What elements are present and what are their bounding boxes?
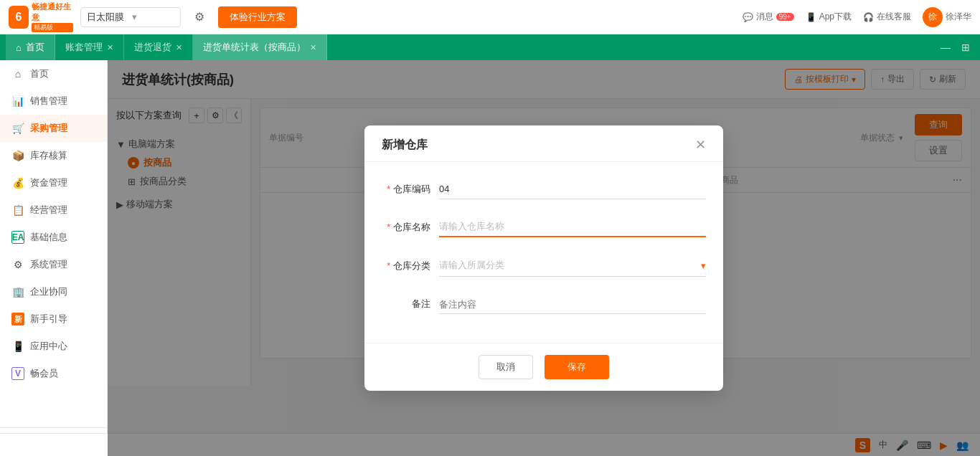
form-row-code: * 仓库编码 <box>382 179 706 199</box>
tab-home[interactable]: ⌂ 首页 <box>6 34 55 60</box>
warehouse-name-input[interactable] <box>439 217 706 237</box>
sidebar-home-label: 首页 <box>30 67 49 80</box>
store-name: 日太阳膜 <box>87 11 129 24</box>
sidebar-enterprise-label: 企业协同 <box>30 285 67 298</box>
tab-purchase-return[interactable]: 进货退货 ✕ <box>124 34 193 60</box>
logo-icon: 6 <box>9 6 29 29</box>
store-dropdown-arrow: ▾ <box>132 11 174 22</box>
remark-label: 备注 <box>382 298 439 310</box>
tab-purchase-stats[interactable]: 进货单统计表（按商品） ✕ <box>193 34 327 60</box>
modal-add-warehouse: 新增仓库 ✕ * 仓库编码 <box>364 125 723 391</box>
category-dropdown-arrow: ▾ <box>701 260 706 271</box>
sidebar-operations-label: 经营管理 <box>30 204 67 217</box>
sidebar-purchase-label: 采购管理 <box>30 122 67 135</box>
home-icon: ⌂ <box>16 42 22 53</box>
top-bar: 6 畅捷通好生意 精易版 日太阳膜 ▾ ⚙ 体验行业方案 💬 消息 99+ 📱 … <box>0 0 980 34</box>
message-icon: 💬 <box>743 12 753 22</box>
modal-body: * 仓库编码 * 仓库名称 <box>364 162 723 343</box>
tab-purchase-return-close[interactable]: ✕ <box>176 43 182 52</box>
remark-textarea[interactable] <box>439 294 706 314</box>
sidebar-item-basic-info[interactable]: EA 基础信息 <box>0 224 107 251</box>
warehouse-code-input[interactable] <box>439 179 706 199</box>
store-selector[interactable]: 日太阳膜 ▾ <box>80 7 181 27</box>
app-download-label: App下载 <box>819 11 852 23</box>
required-mark-code: * <box>387 184 390 194</box>
app-download-button[interactable]: 📱 App下载 <box>806 11 852 23</box>
home-icon: ⌂ <box>11 67 24 80</box>
category-placeholder: 请输入所属分类 <box>439 259 504 272</box>
sidebar-item-member[interactable]: V 畅会员 <box>0 360 107 387</box>
save-button[interactable]: 保存 <box>545 355 609 379</box>
sidebar-item-inventory[interactable]: 📦 库存核算 <box>0 142 107 169</box>
top-right-area: 💬 消息 99+ 📱 App下载 🎧 在线客服 徐 徐泽华 <box>743 7 971 27</box>
sidebar-inventory-label: 库存核算 <box>30 149 67 162</box>
settings-icon[interactable]: ⚙ <box>188 6 211 29</box>
headset-icon: 🎧 <box>863 12 874 22</box>
modal-header: 新增仓库 ✕ <box>364 125 723 162</box>
modal-title: 新增仓库 <box>382 138 428 153</box>
sidebar-item-sales[interactable]: 📊 销售管理 <box>0 87 107 115</box>
online-service-button[interactable]: 🎧 在线客服 <box>863 11 911 23</box>
sidebar-item-finance[interactable]: 💰 资金管理 <box>0 169 107 196</box>
sidebar-app-center-label: 应用中心 <box>30 340 67 353</box>
form-row-name: * 仓库名称 <box>382 217 706 237</box>
operations-icon: 📋 <box>11 204 24 217</box>
experience-button[interactable]: 体验行业方案 <box>218 6 297 28</box>
tab-purchase-stats-label: 进货单统计表（按商品） <box>203 41 306 54</box>
user-menu[interactable]: 徐 徐泽华 <box>923 7 971 27</box>
form-row-remark: 备注 <box>382 294 706 314</box>
member-icon: V <box>11 367 24 380</box>
warehouse-category-select[interactable]: 请输入所属分类 ▾ <box>439 255 706 277</box>
category-label: * 仓库分类 <box>382 260 439 272</box>
sidebar-item-operations[interactable]: 📋 经营管理 <box>0 196 107 224</box>
tab-bar: ⌂ 首页 账套管理 ✕ 进货退货 ✕ 进货单统计表（按商品） ✕ — ⊞ <box>0 34 980 60</box>
content-area: 进货单统计(按商品) 🖨 按模板打印 ▾ ↑ 导出 ↻ 刷新 <box>108 60 980 456</box>
username: 徐泽华 <box>946 11 971 23</box>
name-label: * 仓库名称 <box>382 221 439 234</box>
logo: 6 畅捷通好生意 精易版 <box>9 3 73 32</box>
tab-accounts-close[interactable]: ✕ <box>107 43 113 52</box>
messages-badge: 99+ <box>776 13 794 21</box>
cancel-button[interactable]: 取消 <box>479 355 533 379</box>
sidebar-sales-label: 销售管理 <box>30 95 67 108</box>
sidebar-item-system[interactable]: ⚙ 系统管理 <box>0 251 107 278</box>
form-row-category: * 仓库分类 请输入所属分类 ▾ <box>382 255 706 277</box>
enterprise-icon: 🏢 <box>11 285 24 298</box>
sidebar-item-purchase[interactable]: 🛒 采购管理 <box>0 115 107 142</box>
online-service-label: 在线客服 <box>877 11 911 23</box>
tab-controls: — ⊞ <box>937 39 974 56</box>
sidebar-guide-label: 新手引导 <box>30 313 67 326</box>
logo-text: 畅捷通好生意 <box>32 1 73 23</box>
messages-label: 消息 <box>756 11 773 23</box>
tab-accounts[interactable]: 账套管理 ✕ <box>55 34 124 60</box>
modal-footer: 取消 保存 <box>364 343 723 391</box>
modal-close-button[interactable]: ✕ <box>695 137 706 153</box>
phone-icon: 📱 <box>806 12 816 22</box>
basic-info-icon: EA <box>11 231 24 244</box>
sidebar: ⌂ 首页 📊 销售管理 🛒 采购管理 📦 库存核算 💰 资金管理 📋 经营管理 … <box>0 60 108 456</box>
inventory-icon: 📦 <box>11 149 24 162</box>
sidebar-member-label: 畅会员 <box>30 367 58 380</box>
required-mark-name: * <box>387 222 390 232</box>
system-icon: ⚙ <box>11 258 24 271</box>
app-center-icon: 📱 <box>11 340 24 353</box>
tab-home-label: 首页 <box>26 41 44 54</box>
sales-icon: 📊 <box>11 95 24 108</box>
code-label: * 仓库编码 <box>382 183 439 196</box>
sidebar-item-home[interactable]: ⌂ 首页 <box>0 60 107 87</box>
tab-purchase-return-label: 进货退货 <box>134 41 171 54</box>
sidebar-item-guide[interactable]: 新 新手引导 <box>0 305 107 333</box>
tab-maximize-button[interactable]: ⊞ <box>957 39 974 56</box>
guide-icon: 新 <box>11 313 24 326</box>
purchase-icon: 🛒 <box>11 122 24 135</box>
messages-button[interactable]: 💬 消息 99+ <box>743 11 794 23</box>
sidebar-item-enterprise[interactable]: 🏢 企业协同 <box>0 278 107 305</box>
modal-overlay: 新增仓库 ✕ * 仓库编码 <box>108 60 980 456</box>
sidebar-item-app-center[interactable]: 📱 应用中心 <box>0 333 107 360</box>
tab-minimize-button[interactable]: — <box>937 39 954 56</box>
required-mark-category: * <box>387 260 390 271</box>
sidebar-finance-label: 资金管理 <box>30 176 67 189</box>
tab-purchase-stats-close[interactable]: ✕ <box>310 43 316 52</box>
sidebar-system-label: 系统管理 <box>30 258 67 271</box>
finance-icon: 💰 <box>11 176 24 189</box>
